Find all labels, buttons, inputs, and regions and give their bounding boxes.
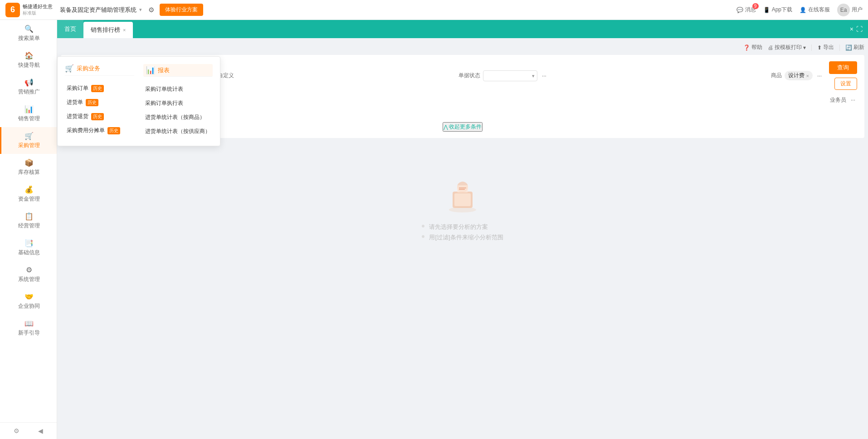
sidebar-item-system[interactable]: ⚙系统管理 [0, 261, 57, 288]
empty-hint-2: 用[过滤]条件来缩小分析范围 [422, 232, 503, 242]
hist-badge: 历史 [86, 99, 98, 106]
content-area: 首页 销售排行榜 × × ⛶ 🛒 采购业务 [57, 20, 868, 439]
tab-home-label: 首页 [64, 25, 76, 33]
action-btns: 查询 设置 [829, 61, 857, 90]
tab-home[interactable]: 首页 [57, 20, 83, 38]
enterprise-icon: 🤝 [24, 292, 34, 301]
goods-more[interactable]: ··· [815, 73, 824, 79]
collapse-label: 收起更多条件 [449, 123, 482, 131]
finance-label: 资金管理 [18, 195, 40, 203]
purchase-item-采购订单[interactable]: 采购订单历史 [65, 81, 134, 95]
report-item-采购订单统计表[interactable]: 采购订单统计表 [143, 82, 213, 96]
logo-text: 畅捷通好生意 [23, 3, 53, 10]
app-container: 6 畅捷通好生意 标准版 装备及固定资产辅助管理系统 ▾ ⚙ 体验行业方案 💬 … [0, 0, 868, 439]
online-service-btn[interactable]: 👤 在线客服 [800, 6, 830, 14]
purchase-dropdown-menu: 🛒 采购业务 采购订单历史进货单历史进货退货历史采购费用分摊单历史 📊 报表 采… [57, 56, 220, 146]
main-area: 🔍搜索菜单🏠快捷导航📢营销推广📊销售管理🛒采购管理📦库存核算💰资金管理📋经营管理… [0, 20, 868, 439]
sales-icon: 📊 [24, 105, 34, 113]
doc-status-label: 单据状态 [458, 72, 480, 79]
finance-icon: 💰 [24, 185, 34, 194]
system-title: 装备及固定资产辅助管理系统 [60, 6, 137, 14]
goods-tag-close[interactable]: × [806, 73, 809, 79]
doc-status-more[interactable]: ··· [540, 73, 548, 79]
sidebar-settings-icon[interactable]: ⚙ [14, 427, 20, 434]
set-btn[interactable]: 设置 [834, 78, 857, 90]
sidebar-item-operation[interactable]: 📋经营管理 [0, 207, 57, 234]
basic-info-icon: 📑 [24, 239, 34, 247]
purchase-item-进货单[interactable]: 进货单历史 [65, 95, 134, 109]
guide-label: 新手引导 [18, 329, 40, 337]
message-icon: 💬 [736, 7, 743, 13]
sidebar-item-enterprise[interactable]: 🤝企业协同 [0, 288, 57, 315]
report-item-采购订单执行表[interactable]: 采购订单执行表 [143, 96, 213, 110]
tab-sales-rank[interactable]: 销售排行榜 × [83, 22, 133, 38]
collapse-btn[interactable]: ⋀ 收起更多条件 [443, 122, 483, 132]
report-col: 📊 报表 采购订单统计表采购订单执行表进货单统计表（按商品）进货单统计表（按供应… [143, 64, 213, 138]
sidebar: 🔍搜索菜单🏠快捷导航📢营销推广📊销售管理🛒采购管理📦库存核算💰资金管理📋经营管理… [0, 20, 57, 439]
sidebar-item-search[interactable]: 🔍搜索菜单 [0, 20, 57, 47]
industry-btn[interactable]: 体验行业方案 [160, 4, 203, 16]
report-item-进货单统计表（按商品）[interactable]: 进货单统计表（按商品） [143, 110, 213, 124]
online-service-label: 在线客服 [808, 6, 830, 14]
purchase-items-list: 采购订单历史进货单历史进货退货历史采购费用分摊单历史 [65, 81, 134, 138]
system-dropdown-arrow[interactable]: ▾ [139, 7, 142, 13]
sidebar-item-quick-nav[interactable]: 🏠快捷导航 [0, 47, 57, 74]
search-btn[interactable]: 查询 [829, 61, 857, 74]
tab-close-icon[interactable]: × [123, 27, 126, 33]
purchase-label: 采购管理 [18, 142, 40, 149]
hist-badge: 历史 [91, 113, 104, 120]
sidebar-item-marketing[interactable]: 📢营销推广 [0, 74, 57, 100]
logo-area: 6 畅捷通好生意 标准版 [5, 3, 53, 17]
marketing-label: 营销推广 [18, 88, 40, 96]
guide-icon: 📖 [24, 319, 34, 328]
salesman-more[interactable]: ··· [849, 97, 857, 103]
sidebar-item-inventory[interactable]: 📦库存核算 [0, 154, 57, 181]
help-btn[interactable]: ❓ 帮助 [743, 44, 762, 51]
basic-info-label: 基础信息 [18, 249, 40, 256]
sidebar-item-guide[interactable]: 📖新手引导 [0, 315, 57, 341]
help-icon: ❓ [743, 44, 750, 51]
export-btn[interactable]: ⬆ 导出 [817, 44, 834, 51]
sidebar-item-sales[interactable]: 📊销售管理 [0, 100, 57, 127]
svg-rect-4 [457, 185, 468, 192]
purchase-item-采购费用分摊单[interactable]: 采购费用分摊单历史 [65, 123, 134, 138]
sidebar-collapse-icon[interactable]: ◀ [38, 427, 43, 434]
sidebar-item-basic-info[interactable]: 📑基础信息 [0, 234, 57, 261]
system-icon: ⚙ [26, 266, 32, 274]
doc-status-select[interactable] [483, 70, 537, 81]
sidebar-item-purchase[interactable]: 🛒采购管理 [0, 127, 57, 154]
print-icon: 🖨 [768, 44, 773, 51]
goods-filter: 商品 设计费 × ··· [771, 71, 824, 80]
message-badge: 9 [752, 3, 759, 9]
print-label: 按模板打印 [775, 44, 802, 51]
svg-rect-2 [454, 193, 471, 206]
hist-badge: 历史 [107, 127, 120, 134]
app-download-btn[interactable]: 📱 App下载 [763, 6, 792, 14]
page-body: 🛒 采购业务 采购订单历史进货单历史进货退货历史采购费用分摊单历史 📊 报表 采… [57, 38, 868, 279]
enterprise-label: 企业协同 [18, 302, 40, 310]
purchase-title-icon: 🛒 [65, 64, 74, 73]
quick-nav-icon: 🏠 [24, 51, 34, 60]
user-area[interactable]: Ea 用户 [837, 4, 863, 16]
report-item-进货单统计表（按供应商）[interactable]: 进货单统计表（按供应商） [143, 124, 213, 138]
sidebar-item-finance[interactable]: 💰资金管理 [0, 181, 57, 207]
salesman-label: 业务员 [830, 96, 846, 104]
message-btn[interactable]: 💬 消息 9 [736, 6, 756, 14]
purchase-col-title-label: 采购业务 [77, 64, 100, 73]
refresh-btn[interactable]: 🔄 刷新 [845, 44, 864, 51]
purchase-item-进货退货[interactable]: 进货退货历史 [65, 109, 134, 123]
window-close-icon[interactable]: × [850, 25, 853, 33]
empty-icon [440, 178, 485, 214]
app-download-label: App下载 [772, 6, 792, 14]
report-col-title: 📊 报表 [143, 64, 213, 77]
empty-hints: 请先选择要分析的方案 用[过滤]条件来缩小分析范围 [422, 222, 503, 243]
settings-icon[interactable]: ⚙ [148, 6, 154, 14]
tab-sales-rank-label: 销售排行榜 [91, 26, 120, 34]
user-label: 用户 [852, 6, 863, 14]
print-btn[interactable]: 🖨 按模板打印 ▾ [768, 44, 806, 51]
help-label: 帮助 [751, 44, 762, 51]
report-title-icon: 📊 [146, 66, 155, 74]
sidebar-bottom: ⚙ ◀ [0, 422, 57, 439]
window-expand-icon[interactable]: ⛶ [856, 25, 863, 33]
empty-illustration [440, 178, 485, 214]
